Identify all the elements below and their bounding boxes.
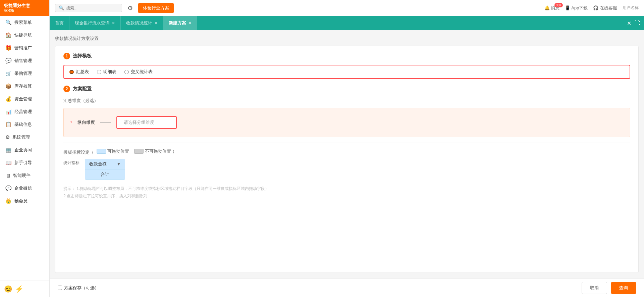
topbar-right: 🔔 99+ 消息 📱 App下载 🎧 在线客服 用户名称 [544,5,639,11]
arrow-icon: —— [100,119,111,126]
maximize-icon[interactable]: ⛶ [635,20,640,26]
radio-detail-label[interactable]: 明细表 [103,69,116,75]
sidebar-item-system[interactable]: ⚙ 系统管理 [0,131,49,144]
sidebar-item-enterprise[interactable]: 🏢 企业协同 [0,144,49,156]
download-icon: 📱 [565,5,570,10]
metrics-section: 模板指标设定（ 可拖动位置 不可拖动位置 ） 统计指标 [63,143,630,180]
sidebar-item-label: 智能硬件 [13,172,31,179]
sidebar-item-label: 搜索菜单 [14,19,32,26]
sidebar-item-label: 新手引导 [14,160,32,166]
sidebar-item-quick-nav[interactable]: 🏠 快捷导航 [0,29,49,42]
wechat-icon: 💬 [5,185,12,191]
sidebar-item-sales[interactable]: 💬 销售管理 [0,54,49,67]
clipboard-icon: 📋 [5,121,12,128]
bottom-buttons: 取消 查询 [582,282,636,294]
sidebar-item-wechat[interactable]: 💬 企业微信 [0,182,49,195]
draggable-indicator [97,149,106,154]
search-icon: 🔍 [5,19,12,26]
step2-number: 2 [63,86,70,92]
sidebar-item-inventory[interactable]: 📦 库存核算 [0,80,49,93]
app-logo: 畅捷通好生意 标准版 [0,0,49,16]
sidebar-bottom-icon-1[interactable]: 😊 [4,285,12,293]
sidebar-item-guide[interactable]: 📖 新手引导 [0,156,49,169]
sidebar-item-label: 销售管理 [14,58,32,64]
radio-cross-input[interactable] [124,70,129,74]
sidebar-bottom-icon-2[interactable]: ⚡ [15,285,23,293]
box-icon: 📦 [5,83,12,89]
main-area: 🔍 ⚙ 体验行业方案 🔔 99+ 消息 📱 App下载 🎧 在线客服 用户名称 … [50,0,644,297]
app-download[interactable]: 📱 App下载 [565,5,588,11]
book-icon: 📖 [5,160,12,166]
sidebar: 畅捷通好生意 标准版 🔍 搜索菜单 🏠 快捷导航 🎁 营销推广 💬 销售管理 🛒… [0,0,50,297]
save-label[interactable]: 方案保存（可选） [64,285,99,291]
chart-icon: 📊 [5,109,12,115]
sidebar-item-search[interactable]: 🔍 搜索菜单 [0,16,49,29]
cart-icon: 🛒 [5,70,12,77]
settings-icon[interactable]: ⚙ [127,4,133,12]
cancel-button[interactable]: 取消 [582,282,607,294]
tab-cashflow[interactable]: 现金银行流水查询 ✕ [69,16,121,30]
step1-number: 1 [63,53,70,59]
step2-section: 2 方案配置 汇总维度（必选） * 纵向维度 —— 请选择分组维度 模板指标设定… [63,86,630,200]
search-input[interactable] [66,6,116,10]
metrics-label: 模板指标设定（ 可拖动位置 不可拖动位置 ） [63,148,630,155]
sidebar-item-label: 基础信息 [14,121,32,128]
vertical-dim-label: 纵向维度 [77,119,95,126]
gear-icon: ⚙ [5,134,10,140]
tabbar: 首页 现金银行流水查询 ✕ 收款情况统计 ✕ 新建方案 ✕ ✕ ⛶ [50,16,644,30]
stats-header[interactable]: 收款金额 ▼ [85,159,125,169]
tab-home-label: 首页 [55,20,64,26]
tab-new-plan[interactable]: 新建方案 ✕ [163,16,197,30]
search-box[interactable]: 🔍 [55,4,122,12]
radio-summary-input[interactable] [69,70,74,74]
tab-collection-stats[interactable]: 收款情况统计 ✕ [121,16,163,30]
tab-new-plan-close[interactable]: ✕ [188,21,192,26]
sidebar-item-member[interactable]: 👑 畅会员 [0,195,49,207]
radio-summary[interactable]: 汇总表 [69,69,89,75]
sidebar-item-hardware[interactable]: 🖥 智能硬件 [0,169,49,182]
sidebar-item-label: 采购管理 [14,70,32,77]
sidebar-item-label: 经营管理 [14,109,32,115]
radio-detail[interactable]: 明细表 [97,69,116,75]
template-select-box: 汇总表 明细表 交叉统计表 [63,65,630,79]
query-button[interactable]: 查询 [611,282,636,294]
search-icon: 🔍 [59,5,64,10]
online-service[interactable]: 🎧 在线客服 [593,5,617,11]
dimension-select[interactable]: 请选择分组维度 [116,116,177,129]
stats-cell-total: 合计 [85,169,125,180]
chevron-down-icon: ▼ [117,162,121,166]
sidebar-item-operations[interactable]: 📊 经营管理 [0,105,49,118]
page-content: 收款情况统计方案设置 1 选择模板 汇总表 明细表 [50,30,644,278]
radio-detail-input[interactable] [97,70,101,74]
required-mark: * [70,120,72,125]
stats-area: 统计指标 收款金额 ▼ 合计 [63,159,630,180]
non-draggable-indicator [134,149,144,154]
tab-collection-stats-close[interactable]: ✕ [154,21,158,26]
save-checkbox[interactable] [58,286,62,290]
sidebar-item-marketing[interactable]: 🎁 营销推广 [0,42,49,54]
radio-cross[interactable]: 交叉统计表 [124,69,153,75]
notification-bell[interactable]: 🔔 99+ 消息 [544,5,560,11]
topbar: 🔍 ⚙ 体验行业方案 🔔 99+ 消息 📱 App下载 🎧 在线客服 用户名称 [50,0,644,16]
save-option[interactable]: 方案保存（可选） [58,285,99,291]
money-icon: 💰 [5,96,12,102]
headset-icon: 🎧 [593,5,598,10]
close-window-icon[interactable]: ✕ [627,20,631,27]
bell-icon: 🔔 [544,5,550,10]
tab-cashflow-close[interactable]: ✕ [112,21,115,26]
radio-cross-label[interactable]: 交叉统计表 [131,69,153,75]
sidebar-item-purchase[interactable]: 🛒 采购管理 [0,67,49,80]
sidebar-item-label: 畅会员 [14,198,28,204]
user-name: 用户名称 [623,5,639,11]
industry-btn[interactable]: 体验行业方案 [138,3,174,13]
sidebar-item-label: 库存核算 [14,83,32,89]
sidebar-item-base-info[interactable]: 📋 基础信息 [0,118,49,131]
crown-icon: 👑 [5,198,12,204]
step1-section: 1 选择模板 汇总表 明细表 交叉统计表 [63,53,630,79]
tab-collection-stats-label: 收款情况统计 [126,20,152,26]
tip-line2: 2.点击标题栏下拉可设置排序、插入列和删除列 [63,193,630,200]
tab-home[interactable]: 首页 [50,16,69,30]
radio-summary-label[interactable]: 汇总表 [76,69,89,75]
building-icon: 🏢 [5,147,12,153]
sidebar-item-finance[interactable]: 💰 资金管理 [0,93,49,105]
